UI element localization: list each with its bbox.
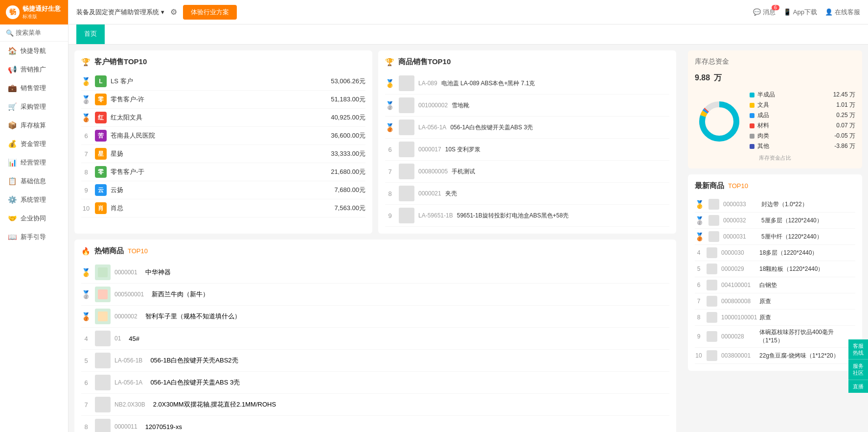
rank-num: 6 xyxy=(81,379,91,386)
trial-btn[interactable]: 体验行业方案 xyxy=(183,5,237,20)
rank-num: 9 xyxy=(81,187,91,194)
product-code: 001000002 xyxy=(418,102,448,109)
inventory-title: 库存总资金 xyxy=(695,57,855,66)
home-icon: 🏠 xyxy=(8,47,17,55)
inventory-chart-row: 半成品 12.45 万 文具 1.01 万 成品 0.25 万 xyxy=(695,91,855,152)
sidebar-search-section: 🔍 搜索菜单 xyxy=(0,24,68,42)
product-code: 0000017 xyxy=(418,146,441,153)
hot-products-title: 🔥 热销商品 TOP10 xyxy=(81,246,669,256)
bronze-medal-icon: 🥉 xyxy=(81,113,91,122)
basicinfo-icon: 📋 xyxy=(8,177,17,186)
customer-hotline-btn[interactable]: 客服热线 xyxy=(848,339,868,360)
table-row: 9 云 云扬 7,680.00元 xyxy=(81,181,365,199)
customer-amount: 51,183.00元 xyxy=(331,95,365,104)
message-icon: 💬 xyxy=(753,8,761,16)
newbie-icon: 📖 xyxy=(8,233,17,241)
customer-ranking-title: 🏆 客户销售TOP10 xyxy=(81,57,365,67)
np-num: 10 xyxy=(695,352,703,359)
sidebar-item-purchase[interactable]: 🛒 采购管理 xyxy=(0,97,68,116)
table-row: 9 LA-59651-1B 59651-1B旋转投影灯电池盒ABS黑色+58壳 xyxy=(385,205,669,227)
np-num: 7 xyxy=(695,298,703,305)
sidebar-item-quicknav[interactable]: 🏠 快捷导航 xyxy=(0,42,68,60)
np-name: 18颗粒板（1220*2440） xyxy=(759,265,855,273)
customer-name: 零售客户-许 xyxy=(111,95,327,104)
inventory-card: 库存总资金 9.88 万 xyxy=(688,50,862,168)
sidebar-item-marketing[interactable]: 📢 营销推广 xyxy=(0,60,68,79)
customer-ranking-card: 🏆 客户销售TOP10 🥇 L LS 客户 53,006.26元 🥈 xyxy=(74,50,372,234)
product-thumb xyxy=(95,375,111,390)
product-thumb xyxy=(399,208,414,223)
product-code: LA-056-1B xyxy=(114,357,142,364)
app-download-btn[interactable]: 📱 App下载 xyxy=(783,8,817,17)
customer-badge: 苦 xyxy=(95,130,107,142)
sidebar-item-operations-label: 经营管理 xyxy=(21,158,46,167)
product-code: LA-089 xyxy=(418,80,437,87)
sidebar-item-finance[interactable]: 💰 资金管理 xyxy=(0,135,68,153)
sidebar-item-basic-info[interactable]: 📋 基础信息 xyxy=(0,172,68,191)
customer-badge: 零 xyxy=(95,166,107,178)
np-name: 22g鱼豆腐-烧烤味（1*12*20） xyxy=(759,352,855,360)
list-item: 🥈 000500001 新西兰牛肉（新牛） xyxy=(81,284,669,306)
legend-item-roulei: 肉类 -0.05 万 xyxy=(750,132,855,140)
product-thumb xyxy=(95,419,111,432)
np-thumb xyxy=(707,264,717,274)
system-name: 装备及固定资产辅助管理系统 xyxy=(76,8,159,17)
product-thumb xyxy=(95,353,111,368)
top-row: 🏆 客户销售TOP10 🥇 L LS 客户 53,006.26元 🥈 xyxy=(74,50,676,234)
new-products-card: 最新商品 TOP10 🥇 0000033 封边带（1.0*22） 🥈 00000… xyxy=(688,174,862,371)
legend-dot xyxy=(750,123,754,128)
bronze-medal2-icon: 🥉 xyxy=(385,123,395,132)
sidebar-item-newbie[interactable]: 📖 新手引导 xyxy=(0,228,68,246)
sidebar-item-sales[interactable]: 💼 销售管理 xyxy=(0,79,68,97)
inventory-legend: 半成品 12.45 万 文具 1.01 万 成品 0.25 万 xyxy=(750,91,855,152)
online-service-btn[interactable]: 👤 在线客服 xyxy=(825,8,860,17)
np-thumb xyxy=(708,231,719,242)
online-service-label: 在线客服 xyxy=(835,8,860,17)
live-stream-btn[interactable]: 直播 xyxy=(848,380,868,393)
product-ranking-card: 🏆 商品销售TOP10 🥇 LA-089 电池盖 LA-089 ABS本色+黑种… xyxy=(378,50,676,234)
table-row: 8 0000021 夹壳 xyxy=(385,183,669,205)
sidebar-item-marketing-label: 营销推广 xyxy=(21,65,46,74)
search-menu-btn[interactable]: 🔍 搜索菜单 xyxy=(6,28,62,37)
customer-badge: 红 xyxy=(95,112,107,123)
sidebar-item-system[interactable]: ⚙️ 系统管理 xyxy=(0,191,68,209)
list-item: 7 000800008 原查 xyxy=(695,293,855,310)
product-code: 0000001 xyxy=(114,269,137,276)
np-num: 5 xyxy=(695,265,703,272)
customer-name: 肖总 xyxy=(111,204,330,213)
sidebar-item-inventory[interactable]: 📦 库存核算 xyxy=(0,116,68,135)
settings-icon[interactable]: ⚙ xyxy=(170,7,177,17)
tab-home[interactable]: 首页 xyxy=(76,24,105,44)
list-item: 8 10000100001 原查 xyxy=(695,310,855,326)
bronze-medal3-icon: 🥉 xyxy=(81,312,91,321)
system-selector[interactable]: 装备及固定资产辅助管理系统 ▾ xyxy=(76,8,164,17)
np-name: 18多层（1220*2440） xyxy=(759,249,855,257)
legend-dot xyxy=(750,134,754,139)
product-name: 056-1A白色按键开关盖ABS 3壳 xyxy=(150,378,240,387)
np-num: 4 xyxy=(695,249,703,256)
rank-num: 7 xyxy=(81,401,91,408)
np-thumb xyxy=(707,296,717,307)
product-ranking-title: 🏆 商品销售TOP10 xyxy=(385,57,669,67)
content-area: 🏆 客户销售TOP10 🥇 L LS 客户 53,006.26元 🥈 xyxy=(69,45,868,432)
np-thumb xyxy=(707,247,717,258)
logo-title: 畅捷通好生意 xyxy=(23,5,61,13)
hot-icon: 🔥 xyxy=(81,247,91,256)
trophy-icon: 🏆 xyxy=(81,58,91,67)
rank-num: 7 xyxy=(81,150,91,158)
service-community-btn[interactable]: 服务社区 xyxy=(848,360,868,380)
sidebar-item-cooperation[interactable]: 🤝 企业协同 xyxy=(0,209,68,228)
rank-num: 6 xyxy=(385,146,395,153)
product-name: 10S 变利罗浆 xyxy=(445,145,669,154)
messages-btn[interactable]: 💬 消息 6 xyxy=(753,8,776,17)
product-name: 雪地靴 xyxy=(452,101,669,110)
list-item: 9 0000028 体碗荔枝味苏打饮品400毫升（1*15） xyxy=(695,326,855,348)
sidebar-item-operations[interactable]: 📊 经营管理 xyxy=(0,153,68,172)
list-item: 7 NB2.0X30B 2.0X30MM双摆花轴,摆花直径2.1MM/ROHS xyxy=(81,394,669,416)
table-row: 6 0000017 10S 变利罗浆 xyxy=(385,139,669,161)
np-name: 封边带（1.0*22） xyxy=(761,200,855,209)
table-row: 🥇 LA-089 电池盖 LA-089 ABS本色+黑种 7.1克 xyxy=(385,72,669,95)
svg-rect-2 xyxy=(98,312,108,321)
service-icon: 👤 xyxy=(825,8,833,16)
sidebar-item-sales-label: 销售管理 xyxy=(21,84,46,93)
